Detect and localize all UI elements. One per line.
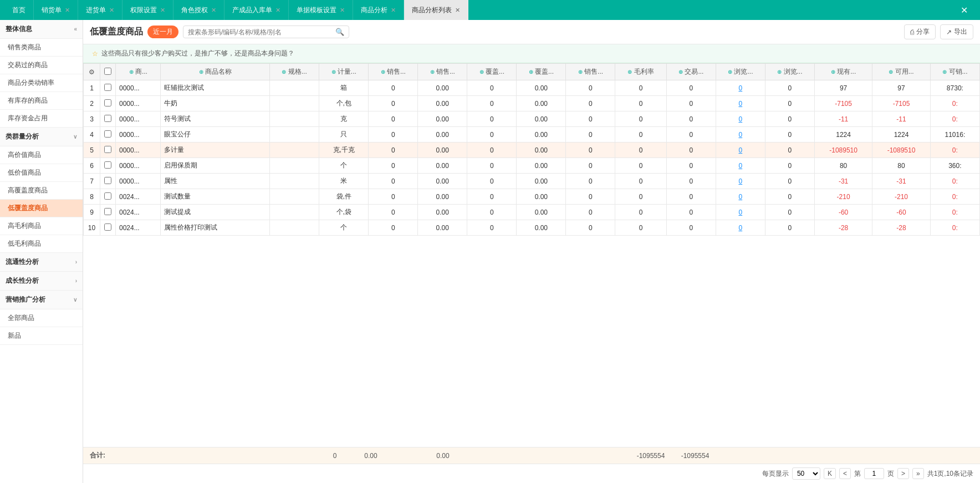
sidebar-item-new-goods[interactable]: 新品 (0, 327, 83, 345)
col-checkbox[interactable] (100, 64, 116, 80)
nav-purchase-close[interactable]: ✕ (109, 7, 114, 14)
select-all-checkbox[interactable] (104, 68, 111, 75)
col-stock-current[interactable]: ⊕ 现有... (814, 64, 872, 80)
col-margin[interactable]: ⊕ 毛利率 (615, 64, 666, 80)
col-spec[interactable]: ⊕ 规格... (270, 64, 319, 80)
sidebar-item-low-margin[interactable]: 低毛利商品 (0, 235, 83, 253)
nav-templates[interactable]: 单据模板设置 ✕ (289, 0, 353, 20)
first-page-button[interactable]: K (824, 468, 836, 479)
search-input[interactable] (188, 28, 335, 36)
col-unit[interactable]: ⊕ 计量... (319, 64, 369, 80)
nav-permissions-close[interactable]: ✕ (160, 7, 165, 14)
row-checkbox[interactable] (104, 192, 111, 200)
row-checkbox[interactable] (104, 115, 111, 122)
row-checkbox-cell[interactable] (100, 127, 116, 143)
col-sale-amt[interactable]: ⊕ 销售... (418, 64, 467, 80)
row-checkbox-cell[interactable] (100, 143, 116, 158)
sidebar-quantity-section[interactable]: 类群量分析 ∨ (0, 128, 83, 146)
row-checkbox[interactable] (104, 161, 111, 169)
sidebar-item-stock-goods[interactable]: 有库存的商品 (0, 92, 83, 110)
nav-product-analysis-list[interactable]: 商品分析列表 ✕ (404, 0, 468, 20)
nav-products-close[interactable]: ✕ (275, 7, 280, 14)
row-browse1[interactable]: 0 (716, 220, 765, 236)
time-filter-button[interactable]: 近一月 (147, 26, 178, 38)
row-browse1[interactable]: 0 (716, 205, 765, 220)
col-trade[interactable]: ⊕ 交易... (666, 64, 716, 80)
prev-page-button[interactable]: < (839, 468, 851, 479)
row-checkbox-cell[interactable] (100, 220, 116, 236)
row-browse1[interactable]: 0 (716, 158, 765, 174)
nav-templates-close[interactable]: ✕ (340, 7, 345, 14)
nav-purchase[interactable]: 进货单 ✕ (78, 0, 122, 20)
sidebar-item-category-rate[interactable]: 商品分类动销率 (0, 74, 83, 92)
col-cover1[interactable]: ⊕ 覆盖... (467, 64, 517, 80)
row-checkbox[interactable] (104, 84, 111, 91)
row-checkbox-cell[interactable] (100, 189, 116, 205)
sidebar-collapse-icon[interactable]: « (74, 26, 77, 32)
next-page-button[interactable]: > (897, 468, 909, 479)
col-cover2[interactable]: ⊕ 覆盖... (517, 64, 566, 80)
row-checkbox-cell[interactable] (100, 96, 116, 111)
col-sale3[interactable]: ⊕ 销售... (566, 64, 615, 80)
sidebar-flow-arrow: › (75, 259, 77, 265)
row-browse1[interactable]: 0 (716, 174, 765, 189)
row-browse1[interactable]: 0 (716, 111, 765, 127)
sidebar-item-stock-capital[interactable]: 库存资金占用 (0, 110, 83, 128)
row-browse1[interactable]: 0 (716, 96, 765, 111)
last-page-button[interactable]: » (912, 468, 924, 479)
page-number-input[interactable] (864, 468, 884, 479)
sidebar-item-low-coverage[interactable]: 低覆盖度商品 (0, 200, 83, 217)
row-checkbox[interactable] (104, 223, 111, 231)
col-browse2[interactable]: ⊕ 浏览... (765, 64, 814, 80)
sidebar-item-low-value[interactable]: 低价值商品 (0, 164, 83, 182)
col-sale-qty[interactable]: ⊕ 销售... (369, 64, 418, 80)
row-name: 牛奶 (161, 96, 270, 111)
row-checkbox-cell[interactable] (100, 80, 116, 96)
row-checkbox[interactable] (104, 130, 111, 138)
window-close-button[interactable]: ✕ (953, 0, 976, 20)
sidebar-flow-section[interactable]: 流通性分析 › (0, 253, 83, 272)
nav-home[interactable]: 首页 (4, 0, 34, 20)
sidebar-growth-section[interactable]: 成长性分析 › (0, 272, 83, 291)
row-browse1[interactable]: 0 (716, 127, 765, 143)
nav-sales[interactable]: 销货单 ✕ (34, 0, 78, 20)
row-checkbox[interactable] (104, 99, 111, 106)
sidebar-item-high-margin[interactable]: 高毛利商品 (0, 217, 83, 235)
col-code[interactable]: ⊕ 商... (116, 64, 161, 80)
nav-product-analysis-list-close[interactable]: ✕ (455, 7, 460, 14)
sidebar-item-high-value[interactable]: 高价值商品 (0, 146, 83, 164)
share-button[interactable]: ⎙ 分享 (904, 24, 936, 39)
nav-roles-close[interactable]: ✕ (211, 7, 216, 14)
sidebar-marketing-section[interactable]: 营销推广分析 ∨ (0, 291, 83, 309)
nav-product-analysis-close[interactable]: ✕ (391, 7, 396, 14)
export-button[interactable]: ↗ 导出 (940, 24, 973, 39)
row-checkbox-cell[interactable] (100, 174, 116, 189)
row-browse1[interactable]: 0 (716, 80, 765, 96)
search-icon[interactable]: 🔍 (335, 28, 344, 36)
col-browse1[interactable]: ⊕ 浏览... (716, 64, 765, 80)
col-stock-sale[interactable]: ⊕ 可销... (930, 64, 979, 80)
col-name[interactable]: ⊕ 商品名称 (161, 64, 270, 80)
row-checkbox-cell[interactable] (100, 111, 116, 127)
row-checkbox[interactable] (104, 208, 111, 215)
nav-products[interactable]: 产成品入库单 ✕ (224, 0, 289, 20)
nav-roles[interactable]: 角色授权 ✕ (173, 0, 224, 20)
page-size-select[interactable]: 50 100 200 (792, 467, 820, 480)
row-browse1[interactable]: 0 (716, 189, 765, 205)
row-checkbox-cell[interactable] (100, 205, 116, 220)
nav-sales-close[interactable]: ✕ (65, 7, 70, 14)
table-wrapper[interactable]: ⚙ ⊕ 商... ⊕ 商品名称 ⊕ 规格... ⊕ 计量... ⊕ 销售... … (83, 63, 980, 447)
nav-permissions[interactable]: 权限设置 ✕ (122, 0, 173, 20)
col-settings[interactable]: ⚙ (84, 64, 100, 80)
row-checkbox[interactable] (104, 146, 111, 153)
row-checkbox-cell[interactable] (100, 158, 116, 174)
sidebar-overall-section[interactable]: 整体信息 « (0, 20, 83, 39)
nav-product-analysis[interactable]: 商品分析 ✕ (353, 0, 404, 20)
sidebar-item-all-goods[interactable]: 全部商品 (0, 309, 83, 327)
row-browse1[interactable]: 0 (716, 143, 765, 158)
col-stock-avail[interactable]: ⊕ 可用... (872, 64, 930, 80)
sidebar-item-traded-goods[interactable]: 交易过的商品 (0, 57, 83, 74)
sidebar-item-sales-goods[interactable]: 销售类商品 (0, 39, 83, 57)
row-checkbox[interactable] (104, 177, 111, 184)
sidebar-item-high-coverage[interactable]: 高覆盖度商品 (0, 182, 83, 200)
